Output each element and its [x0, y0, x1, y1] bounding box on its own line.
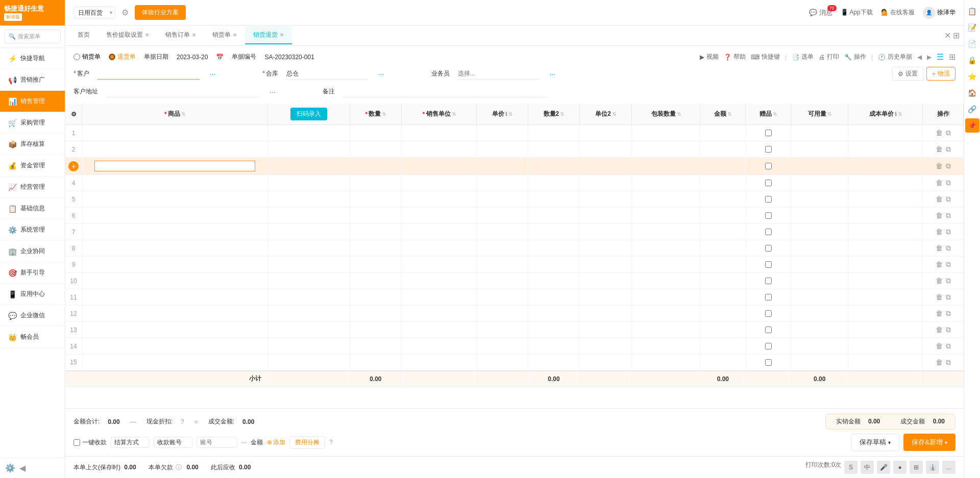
price-cell-1[interactable] — [477, 125, 528, 141]
delete-icon-3[interactable]: 🗑 — [936, 162, 943, 170]
packqty-cell-1[interactable] — [631, 125, 700, 141]
sidebar-item-newbie[interactable]: 🎯 新手引导 — [0, 262, 65, 284]
amount-sort-icon[interactable]: ⇅ — [727, 111, 731, 117]
add-button[interactable]: ⊕ 添加 — [267, 438, 285, 447]
amount-cell-1[interactable] — [700, 125, 746, 141]
settings-bottom-icon[interactable]: ⚙️ — [5, 463, 15, 473]
tab-sales-order[interactable]: 销售订单 ✕ — [157, 27, 204, 44]
delete-icon-5[interactable]: 🗑 — [936, 195, 943, 204]
tab-home[interactable]: 首页 — [69, 27, 98, 44]
product-cell-3[interactable] — [82, 158, 268, 175]
footer-icon-7[interactable]: ... — [942, 461, 955, 474]
unit2-cell-2[interactable] — [580, 141, 632, 158]
cost-sort-icon[interactable]: ⇅ — [898, 111, 902, 117]
delete-icon-9[interactable]: 🗑 — [936, 260, 943, 269]
gift-checkbox-3[interactable] — [765, 163, 772, 169]
trial-button[interactable]: 体验行业方案 — [135, 5, 186, 20]
delete-icon-13[interactable]: 🗑 — [936, 325, 943, 334]
qty-cell-1[interactable] — [350, 125, 402, 141]
copy-icon-1[interactable]: ⧉ — [946, 129, 951, 137]
save-draft-button[interactable]: 保存草稿 ▾ — [851, 434, 899, 451]
delete-icon-14[interactable]: 🗑 — [936, 342, 943, 350]
tab-close-icon[interactable]: ✕ — [944, 31, 951, 40]
qty2-cell-3[interactable] — [528, 158, 580, 175]
th-settings[interactable]: ⚙ — [65, 104, 82, 125]
qty2-cell-2[interactable] — [528, 141, 580, 158]
avail-cell-1[interactable] — [791, 125, 848, 141]
calendar-icon[interactable]: 📅 — [216, 54, 224, 61]
address-dots[interactable]: ··· — [270, 88, 276, 96]
unit2-cell-1[interactable] — [580, 125, 632, 141]
gift-checkbox-12[interactable] — [765, 310, 772, 317]
quick-payment-checkbox[interactable]: 一键收款 — [74, 438, 107, 447]
radio-delivery-input[interactable] — [74, 54, 80, 60]
footer-icon-5[interactable]: ⊞ — [910, 461, 923, 474]
sidebar-item-basic[interactable]: 📋 基础信息 — [0, 198, 65, 219]
right-icon-clipboard[interactable]: 📋 — [965, 4, 979, 18]
account-input[interactable] — [197, 437, 237, 448]
fee-split-button[interactable]: 费用分摊 — [289, 436, 325, 449]
online-service-button[interactable]: 💁 在线客服 — [881, 8, 915, 17]
packqty-sort-icon[interactable]: ⇅ — [677, 111, 681, 117]
footer-icon-1[interactable]: S — [844, 461, 857, 474]
delete-icon-2[interactable]: 🗑 — [936, 145, 943, 154]
app-download-button[interactable]: 📱 App下载 — [841, 8, 873, 17]
category-select[interactable]: 日用百货 — [74, 7, 115, 19]
quick-payment-input[interactable] — [74, 439, 80, 446]
right-icon-note[interactable]: 📝 — [965, 20, 979, 35]
toolbar-operate[interactable]: 🔧 操作 — [844, 53, 866, 61]
copy-icon-8[interactable]: ⧉ — [946, 244, 951, 253]
note-input[interactable] — [343, 86, 547, 97]
amount-cell-3[interactable] — [700, 158, 746, 175]
amount-cell-2[interactable] — [700, 141, 746, 158]
right-icon-lock[interactable]: 🔒 — [965, 53, 979, 67]
staff-dots[interactable]: ··· — [550, 70, 556, 78]
fee-help-icon[interactable]: ? — [329, 439, 333, 446]
sidebar-item-sales[interactable]: 📊 销售管理 — [0, 91, 65, 112]
cost-cell-1[interactable] — [848, 125, 923, 141]
right-icon-star[interactable]: ⭐ — [965, 69, 979, 84]
tab-sales-delivery[interactable]: 销货单 ✕ — [204, 27, 245, 44]
packqty-cell-3[interactable] — [631, 158, 700, 175]
price-cell-2[interactable] — [477, 141, 528, 158]
gift-checkbox-7[interactable] — [765, 229, 772, 235]
settings-form-btn[interactable]: ⚙ 设置 — [892, 67, 923, 81]
gift-checkbox-5[interactable] — [765, 196, 772, 203]
delete-icon-6[interactable]: 🗑 — [936, 211, 943, 220]
sidebar-item-purchase[interactable]: 🛒 采购管理 — [0, 112, 65, 134]
toolbar-help[interactable]: ❓ 帮助 — [724, 53, 746, 61]
warehouse-input[interactable] — [286, 68, 368, 80]
avail-sort-icon[interactable]: ⇅ — [827, 111, 831, 117]
price-sort-icon[interactable]: ⇅ — [508, 111, 512, 117]
sidebar-item-finance[interactable]: 💰 资金管理 — [0, 155, 65, 177]
qty-cell-2[interactable] — [350, 141, 402, 158]
logistics-btn[interactable]: + 物流 — [926, 67, 955, 81]
unit2-sort-icon[interactable]: ⇅ — [612, 111, 616, 117]
collapse-icon[interactable]: ◀ — [19, 463, 26, 473]
cost-info-icon[interactable]: ℹ — [895, 111, 897, 117]
gift-checkbox-8[interactable] — [765, 245, 772, 251]
sidebar-item-shortcut[interactable]: ⚡ 快捷导航 — [0, 48, 65, 69]
radio-delivery[interactable]: 销货单 — [74, 53, 101, 61]
price-info-icon[interactable]: ℹ — [505, 111, 507, 117]
avail-cell-2[interactable] — [791, 141, 848, 158]
delete-icon-7[interactable]: 🗑 — [936, 228, 943, 236]
gift-checkbox-13[interactable] — [765, 326, 772, 333]
gift-sort-icon[interactable]: ⇅ — [773, 111, 777, 117]
footer-icon-4[interactable]: ● — [893, 461, 906, 474]
qty2-cell-1[interactable] — [528, 125, 580, 141]
copy-icon-11[interactable]: ⧉ — [946, 293, 951, 301]
delete-icon-12[interactable]: 🗑 — [936, 309, 943, 318]
copy-icon-12[interactable]: ⧉ — [946, 309, 951, 318]
delete-icon-1[interactable]: 🗑 — [936, 129, 943, 137]
footer-icon-2[interactable]: 中 — [861, 461, 874, 474]
view-grid-icon[interactable]: ⊞ — [949, 52, 955, 62]
copy-icon-10[interactable]: ⧉ — [946, 276, 951, 285]
toolbar-shortcut[interactable]: ⌨ 快捷键 — [751, 53, 780, 61]
product-cell-2[interactable] — [82, 141, 268, 158]
gift-checkbox-9[interactable] — [765, 261, 772, 268]
sidebar-item-inventory[interactable]: 📦 库存核算 — [0, 134, 65, 155]
delete-icon-4[interactable]: 🗑 — [936, 179, 943, 187]
right-icon-link[interactable]: 🔗 — [965, 102, 979, 116]
unit-cell-2[interactable] — [402, 141, 477, 158]
